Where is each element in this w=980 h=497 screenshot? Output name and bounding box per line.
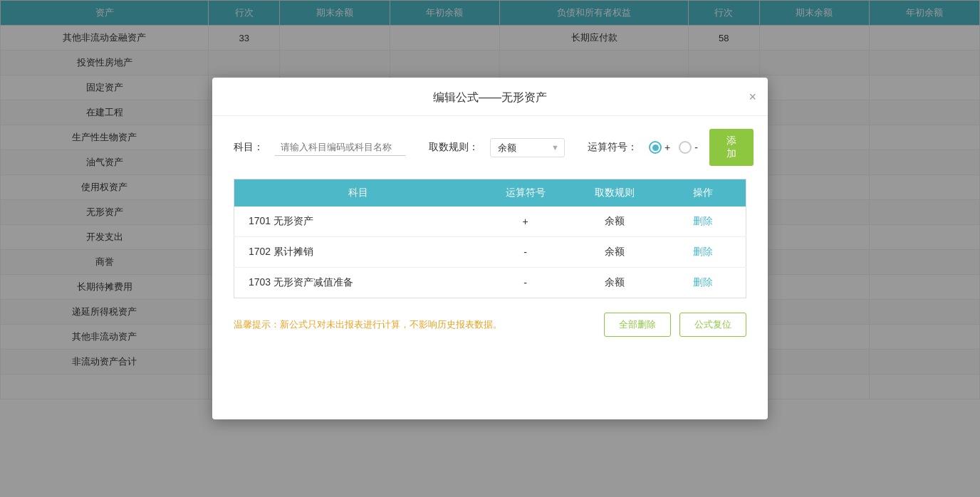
operator-cell: + — [483, 206, 568, 237]
radio-circle-plus — [649, 141, 662, 154]
add-button[interactable]: 添加 — [709, 129, 754, 166]
close-icon[interactable]: × — [749, 90, 756, 103]
operator-label: 运算符号： — [588, 141, 637, 154]
action-cell: 删除 — [661, 268, 746, 298]
subject-label: 科目： — [234, 141, 264, 154]
subject-input[interactable] — [275, 139, 406, 156]
footer-hint: 温馨提示：新公式只对未出报表进行计算，不影响历史报表数据。 — [234, 318, 502, 331]
operator-plus-label: + — [664, 142, 670, 153]
subject-cell: 1702 累计摊销 — [234, 237, 483, 268]
rule-select[interactable]: 余额 借方发生额 贷方发生额 期初余额 — [490, 138, 565, 157]
subject-cell: 1701 无形资产 — [234, 206, 483, 237]
col-operator: 运算符号 — [483, 179, 568, 207]
col-action: 操作 — [661, 179, 746, 207]
reset-button[interactable]: 公式复位 — [679, 313, 746, 337]
rule-cell: 余额 — [568, 268, 661, 298]
table-row: 1701 无形资产+余额删除 — [234, 206, 746, 237]
inner-table: 科目 运算符号 取数规则 操作 1701 无形资产+余额删除1702 累计摊销-… — [234, 179, 746, 298]
radio-circle-minus — [679, 141, 692, 154]
col-subject: 科目 — [234, 179, 483, 207]
hint-prefix: 温馨提示：新公式只对未出报表进行计算，不影响历史报表数据。 — [234, 319, 502, 330]
operator-cell: - — [483, 237, 568, 268]
table-row: 1702 累计摊销-余额删除 — [234, 237, 746, 268]
operator-minus-radio[interactable]: - — [679, 141, 698, 154]
delete-link[interactable]: 删除 — [693, 276, 713, 288]
modal-title: 编辑公式——无形资产 — [433, 90, 547, 105]
delete-link[interactable]: 删除 — [693, 215, 713, 226]
delete-all-button[interactable]: 全部删除 — [604, 313, 671, 337]
operator-radio-group: + - — [649, 141, 698, 154]
table-row: 1703 无形资产减值准备-余额删除 — [234, 268, 746, 298]
action-cell: 删除 — [661, 206, 746, 237]
rule-cell: 余额 — [568, 206, 661, 237]
delete-link[interactable]: 删除 — [693, 246, 713, 257]
operator-cell: - — [483, 268, 568, 298]
inner-table-wrap: 科目 运算符号 取数规则 操作 1701 无形资产+余额删除1702 累计摊销-… — [234, 179, 746, 298]
operator-minus-label: - — [694, 142, 698, 153]
modal-overlay: 编辑公式——无形资产 × 科目： 取数规则： 余额 借方发生额 贷方发生额 期初… — [0, 0, 980, 497]
action-cell: 删除 — [661, 237, 746, 268]
col-rule: 取数规则 — [568, 179, 661, 207]
operator-plus-radio[interactable]: + — [649, 141, 670, 154]
rule-cell: 余额 — [568, 237, 661, 268]
footer-buttons: 全部删除 公式复位 — [604, 313, 746, 337]
rule-select-wrap: 余额 借方发生额 贷方发生额 期初余额 ▼ — [490, 138, 565, 157]
modal-dialog: 编辑公式——无形资产 × 科目： 取数规则： 余额 借方发生额 贷方发生额 期初… — [212, 78, 768, 419]
modal-header: 编辑公式——无形资产 × — [212, 78, 768, 116]
form-row: 科目： 取数规则： 余额 借方发生额 贷方发生额 期初余额 ▼ 运算符号： + — [212, 116, 768, 179]
modal-footer: 温馨提示：新公式只对未出报表进行计算，不影响历史报表数据。 全部删除 公式复位 — [212, 298, 768, 344]
subject-cell: 1703 无形资产减值准备 — [234, 268, 483, 298]
rule-label: 取数规则： — [429, 141, 479, 154]
